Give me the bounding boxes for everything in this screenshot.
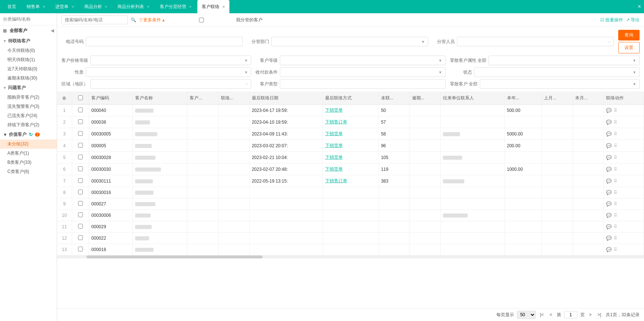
action-more-icon[interactable]: ⠿ — [614, 108, 617, 113]
sidebar-item-declining[interactable]: 持续下滑客户(2) — [0, 120, 57, 130]
action-more-icon[interactable]: ⠿ — [614, 155, 617, 160]
filter-search-icon[interactable]: 🔍 — [131, 17, 136, 22]
sidebar-group-problem[interactable]: ▼ 问题客户 — [0, 83, 57, 93]
row-checkbox[interactable] — [78, 107, 83, 112]
action-more-icon[interactable]: ⠿ — [614, 179, 617, 184]
filter-status-select[interactable]: ▼ — [474, 67, 640, 77]
tab-sales[interactable]: 销售单 × — [22, 0, 49, 13]
row-checkbox[interactable] — [78, 190, 83, 194]
action-chat-icon[interactable]: 💬 — [606, 247, 612, 252]
page-next[interactable]: > — [588, 311, 593, 318]
action-more-icon[interactable]: ⠿ — [614, 131, 617, 137]
row-checkbox[interactable] — [78, 178, 83, 183]
action-chat-icon[interactable]: 💬 — [606, 224, 612, 229]
close-tab-customer-tier[interactable]: × — [189, 4, 191, 9]
sidebar-item-churn-warning[interactable]: 流失预警客户(3) — [0, 102, 57, 111]
row-checkbox[interactable] — [78, 235, 83, 240]
export-btn[interactable]: ↗ 导出 — [626, 17, 640, 23]
page-size-select[interactable]: 50 100 200 — [517, 311, 536, 319]
sidebar-item-class-c[interactable]: C类客户(6) — [0, 167, 57, 176]
filter-payment-select[interactable]: ▼ — [280, 67, 445, 77]
select-all-col[interactable] — [72, 92, 89, 105]
row-checkbox[interactable] — [78, 201, 83, 206]
sidebar-all-customers[interactable]: ⊞ 全部客户 ◀ — [0, 25, 57, 36]
filter-retail-customer-select[interactable]: ▼ — [480, 79, 640, 89]
filter-retail-attr-select[interactable]: ▼ — [489, 56, 640, 65]
close-tab-product-analysis-list[interactable]: × — [147, 4, 149, 9]
sidebar-item-churned[interactable]: 已流失客户(24) — [0, 111, 57, 120]
reset-button[interactable]: 设置 — [618, 42, 640, 53]
action-more-icon[interactable]: ⠿ — [614, 190, 617, 195]
row-checkbox[interactable] — [78, 166, 83, 171]
close-tab-customer-contact[interactable]: × — [222, 4, 225, 9]
refresh-icon[interactable]: ↻ — [29, 132, 33, 137]
action-more-icon[interactable]: ⠿ — [614, 167, 617, 172]
sidebar-item-class-a[interactable]: A类客户(1) — [0, 149, 57, 158]
query-button[interactable]: 查询 — [618, 30, 640, 40]
action-chat-icon[interactable]: 💬 — [606, 190, 612, 195]
tab-product-analysis[interactable]: 商品分析 × — [80, 0, 112, 13]
tab-customer-tier[interactable]: 客户分层经营 × — [155, 0, 196, 13]
action-more-icon[interactable]: ⠿ — [614, 213, 617, 218]
row-checkbox[interactable] — [78, 247, 83, 251]
settings-col[interactable]: ⚙ — [57, 92, 72, 105]
horizontal-scrollbar[interactable] — [57, 255, 644, 258]
close-tab-product-analysis[interactable]: × — [105, 4, 107, 9]
action-more-icon[interactable]: ⠿ — [614, 247, 617, 252]
my-customers-checkbox-label[interactable]: 我分管的客户 — [168, 17, 263, 23]
sidebar-search-input[interactable] — [3, 17, 57, 22]
action-chat-icon[interactable]: 💬 — [606, 213, 612, 218]
action-chat-icon[interactable]: 💬 — [606, 131, 612, 137]
filter-person-select[interactable]: ··· — [457, 37, 614, 46]
tab-product-analysis-list[interactable]: 商品分析列表 × — [113, 0, 154, 13]
page-input[interactable] — [564, 311, 577, 318]
batch-op-btn[interactable]: ☑ 批量操作 — [600, 17, 623, 23]
select-all-checkbox[interactable] — [78, 95, 83, 100]
row-checkbox[interactable] — [78, 212, 83, 217]
row-checkbox[interactable] — [78, 155, 83, 159]
row-checkbox[interactable] — [78, 131, 83, 136]
filter-dept-select[interactable]: ▼ — [271, 37, 428, 46]
action-chat-icon[interactable]: 💬 — [606, 167, 612, 172]
sidebar-item-class-b[interactable]: B类客户(33) — [0, 158, 57, 167]
action-chat-icon[interactable]: 💬 — [606, 236, 612, 241]
sidebar-item-ungrouped[interactable]: 未分组(32) — [0, 140, 57, 149]
more-conditions-btn[interactable]: ▽ 更多条件 ▲ — [139, 17, 165, 23]
row-checkbox[interactable] — [78, 224, 83, 229]
my-customers-checkbox[interactable] — [168, 18, 235, 22]
action-chat-icon[interactable]: 💬 — [606, 143, 612, 148]
tab-home[interactable]: 首页 — [3, 0, 21, 13]
collapse-sidebar-icon[interactable]: ◀ — [51, 28, 54, 33]
sidebar-item-overdue[interactable]: 逾期未联络(30) — [0, 74, 57, 83]
close-all-icon[interactable]: × — [638, 3, 641, 10]
filter-region-input[interactable]: ··· — [90, 79, 251, 89]
action-more-icon[interactable]: ⠿ — [614, 236, 617, 241]
filter-nature-select[interactable]: ▼ — [86, 67, 251, 77]
action-more-icon[interactable]: ⠿ — [614, 143, 617, 148]
filter-price-level-select[interactable]: ▼ — [90, 56, 251, 65]
action-more-icon[interactable]: ⠿ — [614, 120, 617, 125]
row-checkbox[interactable] — [78, 143, 83, 148]
search-input[interactable] — [61, 15, 128, 24]
filter-customer-type-input[interactable] — [280, 79, 445, 89]
close-tab-sales[interactable]: × — [43, 4, 45, 9]
page-prev[interactable]: < — [548, 311, 554, 318]
filter-phone-input[interactable] — [86, 37, 243, 46]
action-chat-icon[interactable]: 💬 — [606, 108, 612, 113]
action-chat-icon[interactable]: 💬 — [606, 201, 612, 207]
row-checkbox[interactable] — [78, 119, 83, 124]
filter-customer-level-select[interactable]: ▼ — [280, 56, 445, 65]
sidebar-item-tomorrow[interactable]: 明天待联络(1) — [0, 55, 57, 64]
tab-purchase[interactable]: 进货单 × — [51, 0, 78, 13]
action-more-icon[interactable]: ⠿ — [614, 224, 617, 229]
sidebar-item-7days[interactable]: 近7天待联络(0) — [0, 64, 57, 74]
page-next-end[interactable]: >| — [596, 311, 603, 318]
page-prev-start[interactable]: |< — [539, 311, 545, 318]
sidebar-group-value[interactable]: ▼ 价值客户 ↻ ! — [0, 130, 57, 140]
sidebar-item-today[interactable]: 今天待联络(0) — [0, 46, 57, 55]
close-tab-purchase[interactable]: × — [71, 4, 74, 9]
sidebar-group-pending[interactable]: ▼ 待联络客户 — [0, 36, 57, 46]
tab-customer-contact[interactable]: 客户联络 × — [197, 0, 229, 13]
action-more-icon[interactable]: ⠿ — [614, 201, 617, 207]
action-chat-icon[interactable]: 💬 — [606, 155, 612, 160]
